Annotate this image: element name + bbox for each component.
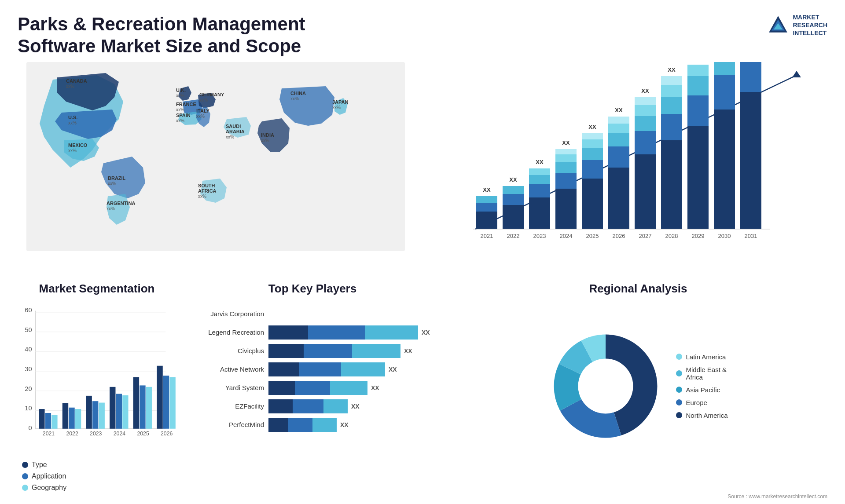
world-map: CANADA xx% U.S. xx% MEXICO xx% BRAZIL xx… [13, 62, 418, 251]
player-xx-legend: XX [422, 329, 430, 336]
svg-text:XX: XX [641, 88, 649, 94]
bar-2024-seg5 [555, 149, 577, 154]
player-bar-civicplus: XX [268, 344, 436, 358]
svg-text:XX: XX [562, 139, 570, 146]
bar-2026-seg3 [608, 133, 629, 146]
saudi-label: SAUDI [226, 124, 241, 129]
bar-2025-seg3 [582, 148, 603, 160]
segmentation-legend: Type Application Geography [13, 461, 180, 492]
svg-text:2025: 2025 [137, 431, 149, 437]
player-xx-perfectmind: XX [340, 421, 349, 428]
apac-dot [676, 387, 682, 393]
india-label: INDIA [261, 132, 274, 138]
argentina-label: ARGENTINA [107, 201, 135, 206]
svg-text:XX: XX [615, 107, 623, 113]
bar-2027-seg5 [635, 97, 656, 105]
svg-text:xx%: xx% [196, 114, 205, 119]
svg-text:XX: XX [588, 124, 596, 130]
svg-text:2027: 2027 [639, 233, 652, 239]
svg-rect-75 [122, 395, 128, 429]
player-row-perfectmind: PerfectMind XX [189, 418, 436, 432]
svg-rect-69 [86, 396, 92, 429]
bar-2024-seg3 [555, 162, 577, 173]
svg-text:XX: XX [509, 176, 517, 183]
regional-legend: Latin America Middle East &Africa Asia P… [676, 353, 727, 419]
us-label: U.S. [68, 115, 77, 120]
bar-2026-seg1 [608, 168, 629, 229]
bar-2028-seg1 [661, 140, 682, 229]
segmentation-chart: 0 10 20 30 40 50 60 2021 [13, 303, 180, 457]
player-name-yardi: Yardi System [189, 384, 264, 391]
player-bar-ezfacility: XX [268, 399, 436, 413]
svg-text:XX: XX [483, 186, 491, 193]
uk-label: U.K. [176, 88, 186, 93]
svg-text:xx%: xx% [332, 105, 341, 110]
svg-text:xx%: xx% [261, 138, 269, 143]
svg-text:2024: 2024 [114, 431, 125, 437]
bar-2027-seg1 [635, 154, 656, 229]
svg-text:xx%: xx% [290, 96, 299, 101]
legend-application-label: Application [32, 472, 66, 480]
italy-label: ITALY [196, 108, 210, 113]
bar-2023-seg2 [529, 184, 550, 197]
europe-label: Europe [686, 399, 707, 406]
bar-2027-seg3 [635, 116, 656, 131]
bar-2023-seg1 [529, 197, 550, 229]
svg-text:xx%: xx% [198, 194, 206, 199]
source-text: Source : www.marketresearchintellect.com [727, 493, 827, 500]
brazil-label: BRAZIL [108, 175, 126, 181]
svg-text:10: 10 [25, 405, 32, 412]
donut-chart [548, 329, 663, 443]
svg-rect-71 [99, 402, 104, 428]
player-bar-yardi: XX [268, 381, 436, 395]
svg-rect-63 [51, 415, 57, 428]
svg-marker-22 [792, 71, 801, 77]
svg-rect-78 [140, 385, 145, 428]
player-bar-jarvis [268, 307, 436, 321]
player-name-jarvis: Jarvis Corporation [189, 310, 264, 318]
page-header: Parks & Recreation Management Software M… [0, 0, 845, 62]
japan-label: JAPAN [332, 99, 349, 105]
reg-legend-europe: Europe [676, 399, 727, 406]
canada-label: CANADA [66, 78, 87, 84]
svg-text:xx%: xx% [68, 121, 77, 125]
svg-text:xx%: xx% [199, 98, 208, 102]
svg-text:XX: XX [668, 66, 676, 73]
bar-chart-section: XX 2021 XX 2022 XX 2023 XX 2024 [427, 62, 832, 273]
player-xx-ezfacility: XX [351, 403, 360, 410]
legend-application: Application [22, 472, 180, 480]
svg-text:2031: 2031 [745, 233, 757, 239]
svg-text:2025: 2025 [586, 233, 599, 239]
player-row-yardi: Yardi System XX [189, 381, 436, 395]
svg-text:2023: 2023 [533, 233, 546, 239]
players-list: Jarvis Corporation Legend Recreation XX [189, 303, 436, 432]
logo-icon [767, 14, 789, 36]
svg-text:2028: 2028 [665, 233, 678, 239]
svg-text:xx%: xx% [68, 148, 77, 153]
bar-2024-seg1 [555, 189, 577, 229]
na-dot [676, 412, 682, 418]
svg-text:30: 30 [25, 365, 32, 373]
type-dot [22, 462, 28, 468]
player-bar-perfectmind: XX [268, 418, 436, 432]
svg-text:60: 60 [25, 307, 32, 314]
segmentation-section: Market Segmentation 0 10 20 30 40 50 60 [13, 282, 180, 493]
svg-text:50: 50 [25, 326, 32, 333]
bar-2024-seg4 [555, 154, 577, 162]
player-row-ezfacility: EZFacility XX [189, 399, 436, 413]
geography-dot [22, 485, 28, 491]
svg-text:XX: XX [536, 159, 544, 165]
legend-type: Type [22, 461, 180, 469]
svg-text:2022: 2022 [66, 431, 78, 437]
spain-label: SPAIN [176, 113, 191, 118]
bar-2028-seg2 [661, 114, 682, 140]
application-dot [22, 473, 28, 479]
svg-text:xx%: xx% [107, 206, 115, 211]
bar-2030-seg1 [714, 110, 735, 229]
svg-rect-65 [62, 403, 68, 428]
player-name-ezfacility: EZFacility [189, 402, 264, 410]
svg-text:2024: 2024 [560, 233, 573, 239]
page-title: Parks & Recreation Management Software M… [18, 13, 326, 58]
svg-text:20: 20 [25, 385, 32, 392]
svg-text:XX: XX [694, 62, 702, 62]
